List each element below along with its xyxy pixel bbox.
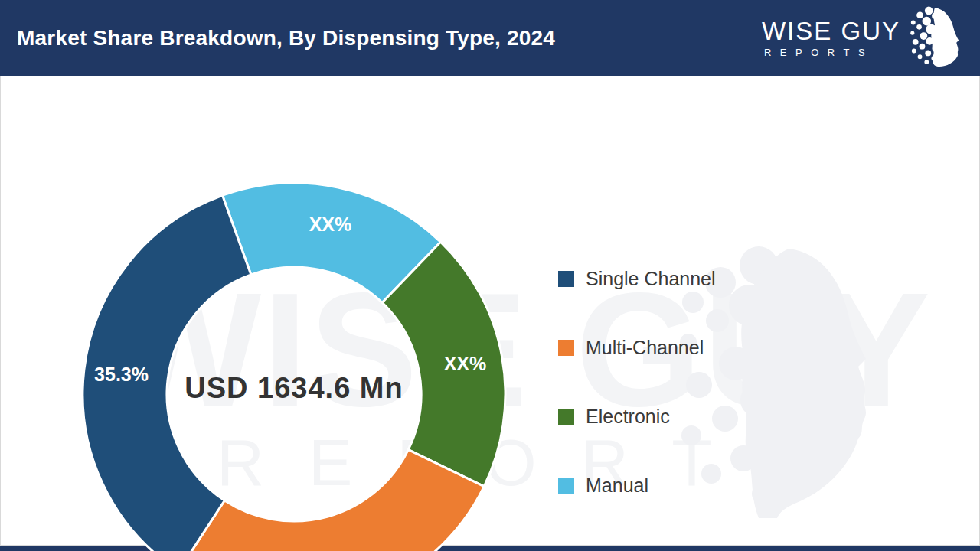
header-bar: Market Share Breakdown, By Dispensing Ty… [0, 0, 980, 76]
legend-swatch-electronic [558, 409, 574, 425]
legend: Single Channel Multi-Channel Electronic … [558, 267, 716, 543]
legend-swatch-manual [558, 478, 574, 494]
legend-item-multi-channel[interactable]: Multi-Channel [558, 336, 716, 359]
donut-chart: XX%XX%XX%35.3% [80, 180, 508, 551]
logo-wordmark: WISE GUY [762, 18, 900, 44]
legend-label: Manual [586, 476, 648, 495]
report-page: Market Share Breakdown, By Dispensing Ty… [0, 0, 980, 551]
chart-center-label: USD 1634.6 Mn [141, 370, 447, 406]
segment-value-label: XX% [444, 353, 487, 374]
chart-area: WISE GUY REPORTS [0, 76, 980, 546]
legend-swatch-multi-channel [558, 340, 574, 356]
logo-face-icon [906, 5, 963, 72]
legend-label: Multi-Channel [586, 338, 704, 357]
page-title: Market Share Breakdown, By Dispensing Ty… [17, 26, 555, 51]
legend-item-electronic[interactable]: Electronic [558, 405, 716, 428]
legend-item-manual[interactable]: Manual [558, 474, 716, 497]
logo-text: WISE GUY REPORTS [762, 18, 900, 57]
legend-label: Electronic [586, 407, 670, 426]
legend-item-single-channel[interactable]: Single Channel [558, 267, 716, 290]
logo-subtitle: REPORTS [762, 47, 874, 57]
legend-label: Single Channel [586, 269, 716, 289]
segment-value-label: XX% [309, 214, 352, 235]
logo: WISE GUY REPORTS [762, 5, 963, 72]
legend-swatch-single-channel [558, 271, 574, 287]
